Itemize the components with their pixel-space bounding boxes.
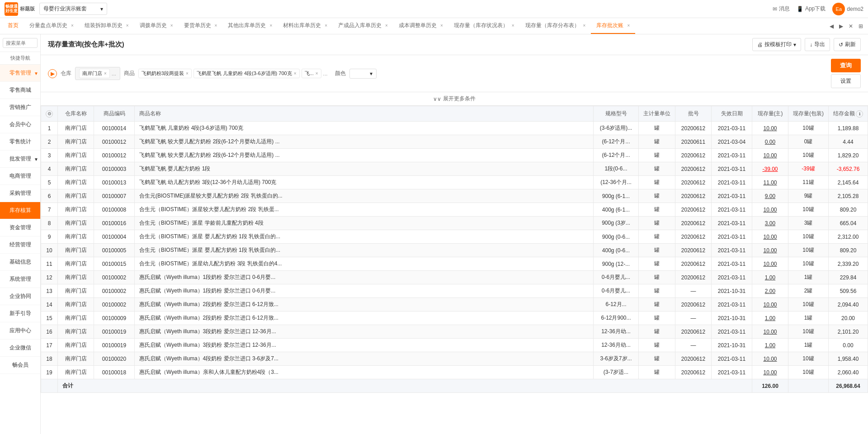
cell-stock-main[interactable]: 10.00 <box>752 230 788 244</box>
tab-fen-pan[interactable]: 分量盘点单历史 × <box>24 19 79 34</box>
th-spec: 规格型号 <box>594 106 639 122</box>
close-icon[interactable]: × <box>512 23 514 28</box>
remove-product-tag-1[interactable]: × <box>186 71 189 76</box>
settings-icon[interactable]: ⚙ <box>46 110 53 118</box>
close-icon[interactable]: × <box>385 23 388 28</box>
tab-cost-adjust[interactable]: 成本调整单历史 × <box>393 19 448 34</box>
app-download-button[interactable]: 📱 App下载 <box>797 5 826 13</box>
cell-name: 惠氏启赋（Wyeth illuma）4段奶粉 爱尔兰进口 3-6岁及7... <box>135 352 594 366</box>
filter-expand-button[interactable]: ▶ <box>48 69 57 78</box>
tab-material-out[interactable]: 材料出库单历史 × <box>278 19 333 34</box>
cell-stock-main[interactable]: 10.00 <box>752 244 788 257</box>
sidebar-item-purchase[interactable]: 采购管理 <box>0 185 40 202</box>
tab-zu-chai[interactable]: 组装拆卸单历史 × <box>79 19 134 34</box>
close-icon[interactable]: × <box>440 23 443 28</box>
sidebar-item-operation[interactable]: 经营管理 <box>0 236 40 254</box>
expand-more-button[interactable]: ∨∨ 展开更多条件 <box>41 92 868 106</box>
print-button[interactable]: 🖨 按模板打印 ▾ <box>752 38 801 51</box>
close-icon[interactable]: × <box>215 23 217 28</box>
tab-diao-bo[interactable]: 调拨单历史 × <box>134 19 179 34</box>
remove-product-tag-3[interactable]: × <box>316 71 318 76</box>
table-row: 2 南岸门店 00100012 飞鹤星飞帆 较大婴儿配方奶粉 2段(6-12个月… <box>41 135 868 149</box>
tab-stock-status[interactable]: 现存量（库存状况表）× <box>448 19 520 34</box>
tab-next-icon[interactable]: ▶ <box>836 21 846 31</box>
info-icon[interactable]: ℹ <box>856 110 863 118</box>
cell-stock-main[interactable]: 0.00 <box>752 135 788 149</box>
more-products[interactable]: ... <box>323 71 328 77</box>
search-input[interactable] <box>3 38 38 48</box>
cell-stock-main[interactable]: 10.00 <box>752 122 788 135</box>
sidebar-item-marketing[interactable]: 营销推广 <box>0 99 40 116</box>
cell-stock-main[interactable]: 3.00 <box>752 217 788 230</box>
product-tag-1: 飞鹤奶粉3段两提装 × <box>138 69 192 78</box>
refresh-button[interactable]: ↺ 刷新 <box>834 38 861 51</box>
cell-stock-main[interactable]: 10.00 <box>752 257 788 271</box>
cell-balance: 809.20 <box>829 203 868 217</box>
close-icon[interactable]: × <box>325 23 327 28</box>
sidebar-item-guide[interactable]: 新手引导 <box>0 305 40 322</box>
maximize-icon[interactable]: ⊞ <box>856 21 866 31</box>
cell-stock-main[interactable]: 1.00 <box>752 311 788 325</box>
sidebar-item-enterprise[interactable]: 企业协同 <box>0 288 40 305</box>
sidebar-item-retail-mgmt[interactable]: 零售管理▼ <box>0 65 40 82</box>
close-icon[interactable]: × <box>627 23 630 28</box>
cell-expiry: 2021-03-04 <box>712 135 752 149</box>
remove-product-tag-2[interactable]: × <box>294 71 297 76</box>
sidebar-item-member[interactable]: 会员中心 <box>0 116 40 133</box>
cell-no: 8 <box>41 217 58 230</box>
sidebar-item-retail-stats[interactable]: 零售统计 <box>0 133 40 151</box>
account-selector[interactable]: 母婴行业演示账套 ▾ <box>39 3 107 15</box>
sidebar-item-ecommerce[interactable]: 电商管理 <box>0 168 40 185</box>
cell-stock-main[interactable]: 10.00 <box>752 149 788 162</box>
tab-prev-icon[interactable]: ◀ <box>827 21 836 31</box>
close-icon[interactable]: × <box>126 23 129 28</box>
cell-stock-main[interactable]: 10.00 <box>752 352 788 366</box>
close-icon[interactable]: × <box>170 23 173 28</box>
sidebar-item-system[interactable]: 系统管理 <box>0 271 40 288</box>
cell-stock-main[interactable]: 10.00 <box>752 366 788 379</box>
tab-stock-batch[interactable]: 库存批次账 × <box>591 19 635 34</box>
tab-other-out[interactable]: 其他出库单历史 × <box>222 19 278 34</box>
tab-stock-dist[interactable]: 现存量（库存分布表）× <box>520 19 591 34</box>
th-settings[interactable]: ⚙ <box>41 106 58 122</box>
sidebar-item-retail-shop[interactable]: 零售商城 <box>0 82 40 99</box>
tab-yao-huo[interactable]: 要货单历史 × <box>179 19 223 34</box>
product-filter-label: 商品 <box>124 70 135 77</box>
export-button[interactable]: ↓ 导出 <box>805 38 830 51</box>
cell-stock-main[interactable]: 9.00 <box>752 189 788 203</box>
cell-no: 17 <box>41 339 58 352</box>
message-button[interactable]: ✉ 消息 <box>773 5 790 13</box>
close-icon[interactable]: × <box>269 23 272 28</box>
cell-stock-main[interactable]: 1.00 <box>752 271 788 284</box>
sidebar-item-basic-info[interactable]: 基础信息 <box>0 254 40 271</box>
user-avatar[interactable]: Ea demo2 <box>832 3 863 15</box>
total-label: 合计 <box>58 379 752 393</box>
cell-stock-main[interactable]: 1.00 <box>752 339 788 352</box>
cell-stock-main[interactable]: 10.00 <box>752 325 788 339</box>
tab-product-in[interactable]: 产成品入库单历史 × <box>333 19 393 34</box>
cell-batch: 20200612 <box>675 325 712 339</box>
sidebar-item-wholesale[interactable]: 批发管理▼ <box>0 151 40 168</box>
close-all-tabs-icon[interactable]: ✕ <box>846 21 856 31</box>
table-row: 13 南岸门店 00100002 惠氏启赋（Wyeth illuma）1段奶粉 … <box>41 284 868 298</box>
close-icon[interactable]: × <box>71 23 74 28</box>
cell-stock-main[interactable]: 10.00 <box>752 298 788 311</box>
remove-warehouse-tag[interactable]: × <box>104 71 107 76</box>
sidebar-item-inventory[interactable]: 库存核算 <box>0 202 40 219</box>
sidebar-item-member2[interactable]: 畅会员 <box>0 357 40 374</box>
tab-home[interactable]: 首页 <box>2 19 24 34</box>
sidebar-item-wechat[interactable]: 企业微信 <box>0 340 40 357</box>
color-filter-input[interactable]: ▾ <box>349 69 377 79</box>
sidebar-item-app-center[interactable]: 应用中心 <box>0 322 40 340</box>
sidebar-quick-nav[interactable]: 快捷导航 <box>0 52 40 65</box>
sidebar-item-finance[interactable]: 资金管理 <box>0 219 40 236</box>
setting-button[interactable]: 设置 <box>831 74 861 88</box>
cell-stock-main[interactable]: -39.00 <box>752 162 788 176</box>
close-icon[interactable]: × <box>583 23 586 28</box>
cell-no: 5 <box>41 176 58 189</box>
cell-stock-main[interactable]: 10.00 <box>752 203 788 217</box>
more-warehouses[interactable]: ... <box>112 71 116 77</box>
search-button[interactable]: 查询 <box>831 59 861 72</box>
cell-stock-main[interactable]: 2.00 <box>752 284 788 298</box>
cell-stock-main[interactable]: 11.00 <box>752 176 788 189</box>
